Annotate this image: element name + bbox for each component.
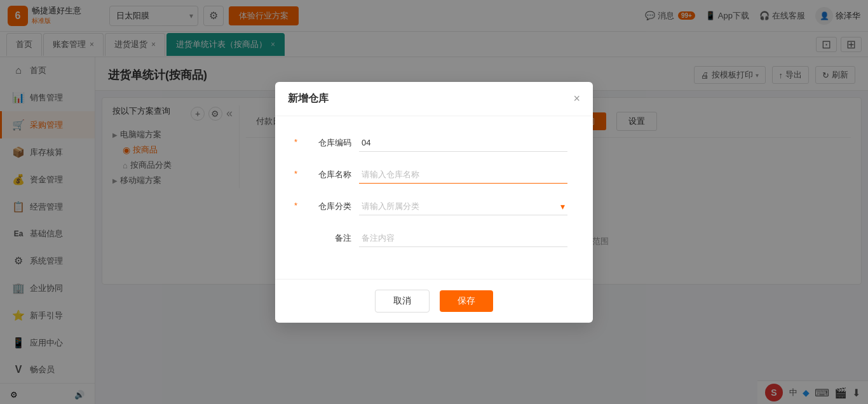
- modal-close-button[interactable]: ×: [573, 93, 580, 104]
- code-label: 仓库编码: [301, 137, 351, 149]
- category-select-wrap: 请输入所属分类 ▾: [359, 198, 567, 215]
- category-label: 仓库分类: [301, 201, 351, 212]
- category-select[interactable]: 请输入所属分类: [359, 198, 567, 215]
- modal-body: 仓库编码 仓库名称 仓库分类 请输入所属分类 ▾ 备注: [275, 116, 593, 279]
- form-row-name: 仓库名称: [301, 166, 567, 184]
- form-row-category: 仓库分类 请输入所属分类 ▾: [301, 198, 567, 215]
- form-row-code: 仓库编码: [301, 134, 567, 152]
- note-label: 备注: [301, 232, 351, 244]
- code-input[interactable]: [359, 134, 567, 152]
- save-button[interactable]: 保存: [440, 290, 493, 312]
- name-input[interactable]: [359, 166, 567, 184]
- cancel-button[interactable]: 取消: [375, 290, 430, 313]
- modal-overlay[interactable]: 新增仓库 × 仓库编码 仓库名称 仓库分类 请输入所属分类 ▾: [0, 0, 868, 404]
- modal-title: 新增仓库: [288, 92, 329, 105]
- warehouse-modal: 新增仓库 × 仓库编码 仓库名称 仓库分类 请输入所属分类 ▾: [275, 82, 593, 323]
- note-input[interactable]: [359, 229, 567, 247]
- modal-footer: 取消 保存: [275, 279, 593, 323]
- name-label: 仓库名称: [301, 169, 351, 180]
- form-row-note: 备注: [301, 229, 567, 247]
- modal-header: 新增仓库 ×: [275, 82, 593, 116]
